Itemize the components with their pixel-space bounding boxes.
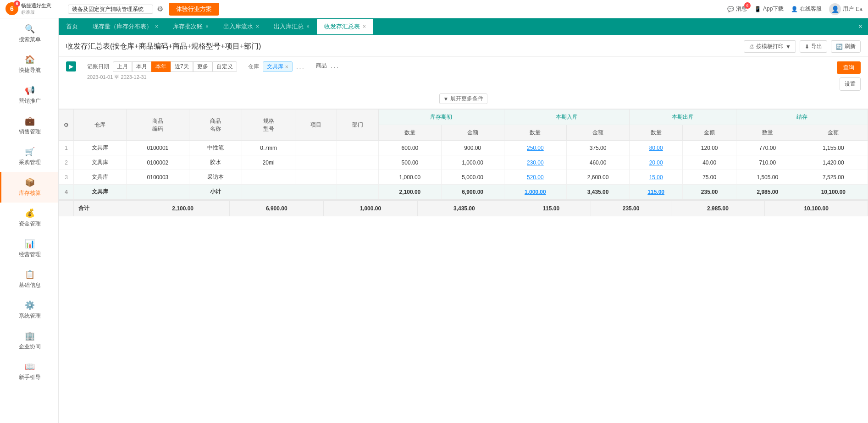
row-opening-amt: 5,000.00 — [441, 170, 504, 185]
row-opening-amt: 1,000.00 — [441, 155, 504, 170]
row-out-amt: 40.00 — [683, 155, 736, 170]
inventory-icon: 📦 — [25, 177, 35, 187]
query-button[interactable]: 查询 — [837, 61, 861, 74]
settings-button[interactable]: ⚙ — [157, 5, 163, 13]
th-closing-amt: 金额 — [799, 125, 868, 141]
tab-close-inventory-dist[interactable]: × — [155, 23, 158, 30]
sidebar-item-basic-info[interactable]: 📋 基础信息 — [0, 264, 58, 295]
th-in: 本期入库 — [504, 110, 629, 125]
table-container: ⚙ 仓库 商品编码 商品名称 规格型号 项目 部门 库存期初 本期入库 本期出库… — [59, 109, 868, 423]
row-out-qty[interactable]: 20.00 — [629, 155, 683, 170]
user-item[interactable]: 👤 用户 Ea — [829, 3, 862, 15]
goods-more[interactable]: ... — [331, 61, 339, 70]
logo-icon: 6 6 — [6, 2, 18, 15]
date-btn-custom[interactable]: 自定义 — [212, 61, 237, 72]
tab-close-batch[interactable]: × — [205, 23, 209, 30]
print-button[interactable]: 🖨 按模板打印 ▼ — [744, 40, 796, 53]
search-icon: 🔍 — [25, 24, 35, 34]
top-right: 💬 消息 6 📱 App下载 👤 在线客服 👤 用户 Ea — [727, 3, 862, 15]
row-in-qty[interactable]: 520.00 — [504, 170, 567, 185]
date-btn-this-year[interactable]: 本年 — [151, 61, 171, 72]
row-dept — [337, 185, 379, 199]
sidebar-item-marketing[interactable]: 📢 营销推广 — [0, 80, 58, 110]
row-dept — [337, 155, 379, 170]
row-in-qty[interactable]: 250.00 — [504, 141, 567, 155]
row-closing-amt: 1,155.00 — [799, 141, 868, 155]
logo-sub: 标准版 — [21, 9, 51, 16]
row-out-amt: 120.00 — [683, 141, 736, 155]
page-content: 收发存汇总表(按仓库+商品编码+商品+规格型号+项目+部门) 🖨 按模板打印 ▼… — [59, 35, 868, 423]
row-out-qty[interactable]: 115.00 — [629, 185, 683, 199]
warehouse-tag: 文具库 × — [263, 61, 293, 72]
page-actions: 🖨 按模板打印 ▼ ⬇ 导出 🔄 刷新 — [744, 40, 861, 53]
tab-recv-send-summary[interactable]: 收发存汇总表 × — [317, 19, 373, 34]
row-goods-spec: 20ml — [242, 155, 295, 170]
row-goods-code: 0100001 — [127, 141, 189, 155]
main-layout: 🔍 搜索菜单 🏠 快捷导航 📢 营销推广 💼 销售管理 🛒 采购管理 📦 库存核… — [0, 18, 868, 423]
expand-more-button[interactable]: ▼ 展开更多条件 — [439, 93, 488, 104]
system-icon: ⚙️ — [25, 300, 35, 310]
message-item[interactable]: 💬 消息 6 — [727, 5, 747, 13]
marketing-icon: 📢 — [25, 85, 35, 95]
tab-close-inout-flow[interactable]: × — [256, 23, 259, 30]
tab-close-all[interactable]: × — [853, 22, 868, 31]
row-project — [295, 185, 337, 199]
app-download-item[interactable]: 📱 App下载 — [754, 5, 784, 13]
group-header-row: ⚙ 仓库 商品编码 商品名称 规格型号 项目 部门 库存期初 本期入库 本期出库… — [59, 110, 868, 125]
row-out-qty[interactable]: 80.00 — [629, 141, 683, 155]
sidebar-item-inventory[interactable]: 📦 库存核算 — [0, 172, 58, 203]
online-service-item[interactable]: 👤 在线客服 — [791, 5, 822, 13]
tab-batch[interactable]: 库存批次账 × — [166, 19, 216, 34]
row-opening-qty: 2,100.00 — [379, 185, 442, 199]
collapse-arrow[interactable]: ▶ — [66, 61, 76, 71]
table-row: 3 文具库 0100003 采访本 1,000.00 5,000.00 520.… — [59, 170, 868, 185]
sidebar-item-enterprise[interactable]: 🏢 企业协同 — [0, 325, 58, 356]
date-btn-last-month[interactable]: 上月 — [113, 61, 132, 72]
export-button[interactable]: ⬇ 导出 — [800, 40, 827, 53]
date-btn-7days[interactable]: 近7天 — [171, 61, 193, 72]
tab-inout-flow[interactable]: 出入库流水 × — [216, 19, 266, 34]
app-title-area: 装备及固定资产辅助管理系统 ⚙ 体验行业方案 — [68, 3, 727, 16]
row-out-amt: 235.00 — [683, 185, 736, 199]
sidebar-item-finance[interactable]: 💰 资金管理 — [0, 203, 58, 233]
tab-close-recv-send-summary[interactable]: × — [363, 23, 366, 30]
filter-main-row: ▶ 记账日期 上月 本月 本年 近7天 更多 自定义 — [66, 61, 861, 91]
trial-button[interactable]: 体验行业方案 — [169, 3, 219, 16]
basic-info-icon: 📋 — [25, 269, 35, 280]
tab-home[interactable]: 首页 — [59, 19, 85, 34]
refresh-button[interactable]: 🔄 刷新 — [831, 40, 861, 53]
row-goods-name: 采访本 — [189, 170, 242, 185]
date-btn-more[interactable]: 更多 — [193, 61, 212, 72]
row-out-amt: 75.00 — [683, 170, 736, 185]
date-label: 记账日期 — [87, 63, 109, 71]
sidebar-item-guide[interactable]: 📖 新手引导 — [0, 356, 58, 387]
row-in-qty[interactable]: 1,000.00 — [504, 185, 567, 199]
sidebar-item-quick-nav[interactable]: 🏠 快捷导航 — [0, 49, 58, 80]
sidebar-item-system[interactable]: ⚙️ 系统管理 — [0, 295, 58, 325]
sidebar-item-sales[interactable]: 💼 销售管理 — [0, 110, 58, 141]
row-closing-amt: 1,420.00 — [799, 155, 868, 170]
th-out-qty: 数量 — [629, 125, 683, 141]
th-settings: ⚙ — [59, 110, 74, 141]
row-in-qty[interactable]: 230.00 — [504, 155, 567, 170]
page-header: 收发存汇总表(按仓库+商品编码+商品+规格型号+项目+部门) 🖨 按模板打印 ▼… — [59, 35, 868, 57]
row-goods-name: 中性笔 — [189, 141, 242, 155]
th-warehouse: 仓库 — [74, 110, 127, 141]
th-closing-qty: 数量 — [736, 125, 799, 141]
set-button[interactable]: 设置 — [840, 77, 861, 91]
row-goods-spec — [242, 185, 295, 199]
sidebar-item-operations[interactable]: 📊 经营管理 — [0, 233, 58, 264]
sidebar: 🔍 搜索菜单 🏠 快捷导航 📢 营销推广 💼 销售管理 🛒 采购管理 📦 库存核… — [0, 18, 59, 423]
sidebar-item-search[interactable]: 🔍 搜索菜单 — [0, 18, 58, 49]
th-goods-name: 商品名称 — [189, 110, 242, 141]
row-out-qty[interactable]: 15.00 — [629, 170, 683, 185]
top-bar: 6 6 畅捷通好生意 标准版 装备及固定资产辅助管理系统 ⚙ 体验行业方案 💬 … — [0, 0, 868, 18]
tab-close-inout-summary[interactable]: × — [306, 23, 310, 30]
warehouse-tag-close[interactable]: × — [285, 64, 288, 70]
tab-inout-summary[interactable]: 出入库汇总 × — [266, 19, 317, 34]
tab-inventory-dist[interactable]: 现存量（库存分布表） × — [85, 19, 166, 34]
app-title-dropdown[interactable]: 装备及固定资产辅助管理系统 — [68, 5, 153, 14]
warehouse-more[interactable]: ... — [296, 63, 305, 71]
date-btn-this-month[interactable]: 本月 — [132, 61, 151, 72]
sidebar-item-purchase[interactable]: 🛒 采购管理 — [0, 141, 58, 172]
